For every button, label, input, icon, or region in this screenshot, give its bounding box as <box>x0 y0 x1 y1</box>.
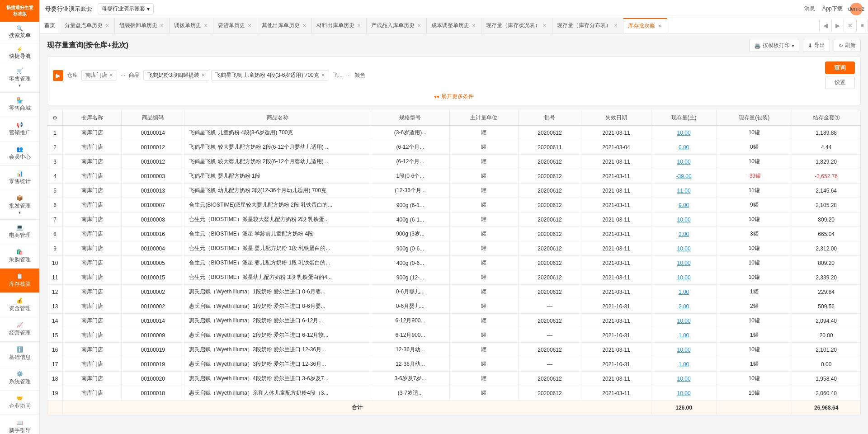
sidebar-item-business[interactable]: 📈经营管理 <box>0 317 39 342</box>
stock-main-cell[interactable]: 0.00 <box>651 140 717 155</box>
table-row: 1 南库门店 00100014 飞鹤星飞帆 儿童奶粉 4段(3-6岁适用) 70… <box>47 126 860 140</box>
tab-close-tab7[interactable]: ✕ <box>416 23 422 28</box>
company-selector[interactable]: 母婴行业演示账套 ▾ <box>98 3 154 14</box>
batch-cell: 20200612 <box>518 343 581 357</box>
sidebar-item-system[interactable]: ⚙️系统管理 <box>0 366 39 391</box>
tab-close-tab1[interactable]: ✕ <box>104 23 110 28</box>
tab-close-tab6[interactable]: ✕ <box>356 23 362 28</box>
avatar[interactable]: demo2 <box>850 3 863 15</box>
col-settings: ⚙ <box>47 110 63 126</box>
tab-tab9[interactable]: 现存量（库存状况表）✕ <box>481 18 552 33</box>
tab-close-tab4[interactable]: ✕ <box>247 23 252 28</box>
stock-main-cell[interactable]: 10.00 <box>651 256 717 270</box>
tab-tab8[interactable]: 成本调整单历史✕ <box>427 18 481 33</box>
tab-close-tab2[interactable]: ✕ <box>159 23 165 28</box>
name-cell: 惠氏启赋（Wyeth illuma）1段奶粉 爱尔兰进口 0-6月婴... <box>184 299 371 314</box>
tab-tab10[interactable]: 现存量（库存分布表）✕ <box>552 18 623 33</box>
refresh-btn[interactable]: ↻ 刷新 <box>834 39 861 52</box>
tab-close-tab3[interactable]: ✕ <box>203 23 208 28</box>
sidebar-item-collab[interactable]: 🤝企业协同 <box>0 391 39 415</box>
warehouse-tag-close[interactable]: ✕ <box>109 72 113 78</box>
message-btn[interactable]: 消息 <box>804 5 815 13</box>
batch-cell: 20200612 <box>518 270 581 285</box>
warehouse-more[interactable]: ··· <box>121 72 125 79</box>
sidebar-item-search[interactable]: 🔍 搜索菜单 <box>0 22 39 43</box>
tab-close-tab11[interactable]: ✕ <box>657 24 662 28</box>
spec-cell: 900g (6-1... <box>371 198 449 212</box>
amount-cell: 2,105.28 <box>792 198 860 212</box>
sidebar-item-finance[interactable]: 💰资金管理 <box>0 293 39 317</box>
unit-cell: 罐 <box>449 212 518 227</box>
tab-next-btn[interactable]: ▶ <box>832 19 844 32</box>
tab-tab6[interactable]: 材料出库单历史✕ <box>312 18 367 33</box>
tab-prev-btn[interactable]: ◀ <box>820 19 832 32</box>
sidebar-item-ecommerce[interactable]: 💻电商管理 <box>0 220 39 244</box>
product-tag-close-0[interactable]: ✕ <box>201 72 205 78</box>
stock-main-cell[interactable]: -39.00 <box>651 169 717 184</box>
amount-cell: 509.56 <box>792 299 860 314</box>
tab-tab3[interactable]: 调拨单历史✕ <box>170 18 213 33</box>
stock-main-cell[interactable]: 9.00 <box>651 198 717 212</box>
stock-main-cell[interactable]: 10.00 <box>651 126 717 140</box>
table-row: 16 南库门店 00100019 惠氏启赋（Wyeth illuma）3段奶粉 … <box>47 343 860 357</box>
product-more[interactable]: 飞... <box>333 71 343 79</box>
expand-more-conditions-btn[interactable]: ▾▾ 展开更多条件 <box>434 93 474 100</box>
stock-main-cell[interactable]: 10.00 <box>651 270 717 285</box>
tab-close-tab8[interactable]: ✕ <box>471 23 476 28</box>
stock-main-cell[interactable]: 10.00 <box>651 212 717 227</box>
sidebar-item-guide[interactable]: 📖新手引导 <box>0 415 39 434</box>
tab-tab4[interactable]: 要货单历史✕ <box>213 18 257 33</box>
stock-main-cell[interactable]: 1.00 <box>651 328 717 343</box>
expand-collapse-btn[interactable]: ▶ <box>53 70 63 81</box>
stock-main-cell[interactable]: 11.00 <box>651 184 717 198</box>
table-row: 6 南库门店 00100007 合生元(BIOSTIME)派星较大婴儿配方奶粉 … <box>47 198 860 212</box>
query-btn[interactable]: 查询 <box>825 61 855 74</box>
product-tag-close-1[interactable]: ✕ <box>321 72 325 78</box>
sidebar-item-shop[interactable]: 🏪零售商城 <box>0 93 39 117</box>
stock-main-cell[interactable]: 1.00 <box>651 285 717 299</box>
sidebar-item-member[interactable]: 👥会员中心 <box>0 142 39 166</box>
tab-tab1[interactable]: 分量盘点单历史✕ <box>60 18 115 33</box>
print-btn[interactable]: 🖨️ 按模板打印 ▾ <box>749 39 799 52</box>
sidebar-item-marketing[interactable]: 📢营销推广 <box>0 117 39 142</box>
product-ellipsis[interactable]: ··· <box>346 72 351 79</box>
stock-main-cell[interactable]: 10.00 <box>651 241 717 256</box>
tab-tab5[interactable]: 其他出库单历史✕ <box>257 18 312 33</box>
tab-home[interactable]: 首页 <box>40 18 60 33</box>
stock-main-cell[interactable]: 10.00 <box>651 372 717 386</box>
app-download-btn[interactable]: App下载 <box>822 5 843 13</box>
stock-main-cell[interactable]: 10.00 <box>651 386 717 401</box>
tab-tab7[interactable]: 产成品入库单历史✕ <box>367 18 427 33</box>
unit-cell: 罐 <box>449 386 518 401</box>
sidebar-item-shortcut[interactable]: ⚡ 快捷导航 <box>0 43 39 63</box>
sidebar-item-wholesale[interactable]: 📦批发管理▼ <box>0 190 39 220</box>
warehouse-filter-tag[interactable]: 南库门店 ✕ <box>81 70 117 80</box>
stock-main-cell[interactable]: 10.00 <box>651 343 717 357</box>
product-tag-0[interactable]: 飞鹤奶粉3段四罐提装✕ <box>143 70 209 80</box>
settings-btn[interactable]: 设置 <box>825 76 855 89</box>
stock-main-cell[interactable]: 1.00 <box>651 357 717 372</box>
tab-tab11[interactable]: 库存批次账✕ <box>623 18 667 33</box>
stock-main-cell[interactable]: 3.00 <box>651 227 717 241</box>
stock-main-cell[interactable]: 2.00 <box>651 299 717 314</box>
tab-close-tab9[interactable]: ✕ <box>542 23 547 28</box>
product-tag-1[interactable]: 飞鹤星飞帆 儿童奶粉 4段(3-6岁适用) 700克✕ <box>211 70 329 80</box>
sidebar-item-purchase[interactable]: 🛍️采购管理 <box>0 244 39 269</box>
sidebar-item-basic[interactable]: ℹ️基础信息 <box>0 342 39 366</box>
tab-menu-btn[interactable]: ≡ <box>857 19 868 32</box>
tab-tab2[interactable]: 组装拆卸单历史✕ <box>115 18 170 33</box>
tab-close-tab5[interactable]: ✕ <box>302 23 307 28</box>
tab-close-all-btn[interactable]: ✕ <box>844 19 857 32</box>
sidebar-item-stats[interactable]: 📊零售统计 <box>0 166 39 190</box>
stock-main-cell[interactable]: 10.00 <box>651 155 717 169</box>
sidebar-item-inventory[interactable]: 📋库存核算 <box>0 269 39 293</box>
name-cell: 合生元（BIOSTIME）派星 婴儿配方奶粉 1段 乳铁蛋白的... <box>184 256 371 270</box>
stock-main-cell[interactable]: 10.00 <box>651 314 717 328</box>
batch-cell: — <box>518 357 581 372</box>
tab-close-tab10[interactable]: ✕ <box>613 23 618 28</box>
sidebar-item-retail[interactable]: 🛒零售管理▼ <box>0 63 39 93</box>
table-row: 8 南库门店 00100016 合生元（BIOSTIME）派星 学龄前儿童配方奶… <box>47 227 860 241</box>
export-btn[interactable]: ⬇ 导出 <box>803 39 830 52</box>
spec-cell: 6-12月900... <box>371 328 449 343</box>
unit-cell: 罐 <box>449 140 518 155</box>
